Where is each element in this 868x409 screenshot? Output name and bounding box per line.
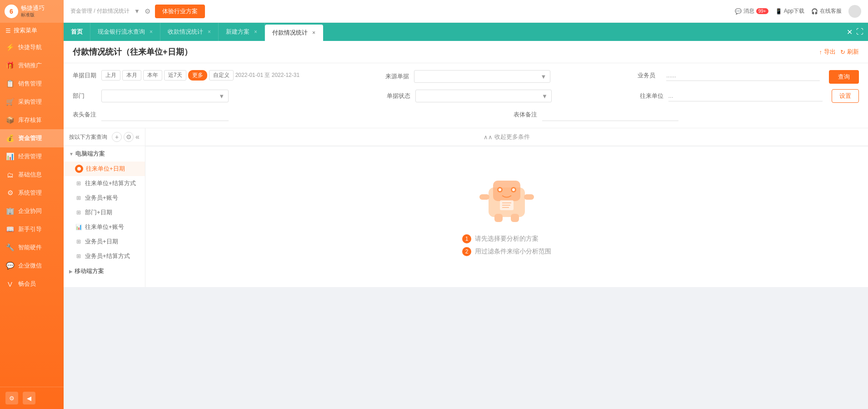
doc-status-select[interactable]: ▼ <box>415 90 552 102</box>
body-note-input[interactable] <box>542 108 678 121</box>
export-btn[interactable]: ↑ 导出 <box>819 48 836 56</box>
scheme-item-salesman-date[interactable]: ⊞ 业务员+日期 <box>64 234 145 249</box>
trial-btn[interactable]: 体验行业方案 <box>155 5 205 18</box>
dept-filter-field: 部门 ▼ <box>73 90 378 102</box>
app-download-btn[interactable]: 📱 App下载 <box>775 7 804 15</box>
scheme-item-salesman-account[interactable]: ⊞ 业务员+账号 <box>64 191 145 205</box>
body-note-field: 表体备注 <box>514 108 859 121</box>
header-note-input[interactable] <box>101 108 229 121</box>
tab-home[interactable]: 首页 <box>64 23 90 41</box>
tab-bank-close[interactable]: × <box>150 29 153 35</box>
sidebar-bottom: ⚙ ◀ <box>0 387 64 409</box>
svg-rect-6 <box>479 194 489 200</box>
scheme-item-partner-date[interactable]: 往来单位+日期 <box>64 162 145 176</box>
svg-point-5 <box>512 188 515 191</box>
user-avatar[interactable] <box>848 5 861 18</box>
scheme-item-partner-settlement[interactable]: ⊞ 往来单位+结算方式 <box>64 176 145 191</box>
tab-receipt-close[interactable]: × <box>208 29 211 35</box>
last-month-btn[interactable]: 上月 <box>101 70 120 81</box>
scheme-setting-btn[interactable]: ⚙ <box>124 132 134 142</box>
this-year-btn[interactable]: 本年 <box>143 70 162 81</box>
partner-label: 往来单位 <box>640 92 665 100</box>
sidebar-item-capital[interactable]: 💰 资金管理 <box>0 129 64 147</box>
capital-icon: 💰 <box>5 134 15 143</box>
hardware-icon: 🔧 <box>5 243 15 252</box>
marketing-icon: 🎁 <box>5 61 15 70</box>
partner-select[interactable]: ... <box>668 91 823 101</box>
scheme-item-salesman-settlement[interactable]: ⊞ 业务员+结算方式 <box>64 249 145 263</box>
this-month-btn[interactable]: 本月 <box>122 70 141 81</box>
date-btns: 上月 本月 本年 近7天 更多 自定义 2022-01-01 至 2022-12… <box>101 70 299 81</box>
tab-close-all-btn[interactable]: ✕ <box>847 28 853 36</box>
doc-status-label: 单据状态 <box>387 92 412 100</box>
tab-new-plan[interactable]: 新建方案 × <box>219 23 265 41</box>
purchase-icon: 🛒 <box>5 97 15 106</box>
sidebar-item-weixin[interactable]: 💬 企业微信 <box>0 257 64 275</box>
custom-btn[interactable]: 自定义 <box>209 70 234 81</box>
tab-new-plan-close[interactable]: × <box>254 29 257 35</box>
empty-tip-2: 2 用过滤条件来缩小分析范围 <box>462 247 551 256</box>
dept-label: 部门 <box>73 92 98 100</box>
query-btn[interactable]: 查询 <box>829 70 859 84</box>
header-note-label: 表头备注 <box>73 111 98 119</box>
last-7days-btn[interactable]: 近7天 <box>164 70 186 81</box>
scheme-table-icon-2: ⊞ <box>75 209 82 216</box>
sidebar-item-purchase[interactable]: 🛒 采购管理 <box>0 93 64 111</box>
header-actions: 💬 消息 99+ 📱 App下载 🎧 在线客服 <box>735 5 861 18</box>
sidebar-logo: 6 畅捷通巧 标准版 <box>0 0 64 23</box>
sidebar-item-marketing[interactable]: 🎁 营销推广 <box>0 56 64 75</box>
tab-maximize-btn[interactable]: ⛶ <box>856 28 863 36</box>
member-icon: V <box>5 279 15 288</box>
sidebar-item-inventory[interactable]: 📦 库存核算 <box>0 111 64 129</box>
header-gear-icon[interactable]: ⚙ <box>145 7 150 15</box>
settings-btn[interactable]: 设置 <box>832 89 859 103</box>
scheme-table-icon-0: ⊞ <box>75 180 82 187</box>
scheme-item-partner-account[interactable]: 📊 往来单位+账号 <box>64 220 145 234</box>
sidebar-item-basic[interactable]: 🗂 基础信息 <box>0 166 64 184</box>
svg-rect-7 <box>524 194 534 200</box>
tab-bar: 首页 现金银行流水查询 × 收款情况统计 × 新建方案 × 付款情况统计 × ✕… <box>64 23 868 41</box>
sidebar-settings-btn[interactable]: ⚙ <box>5 392 18 404</box>
operation-icon: 📊 <box>5 152 15 161</box>
tab-receipt[interactable]: 收款情况统计 × <box>160 23 219 41</box>
search-menu[interactable]: ☰ 搜索菜单 <box>0 23 64 38</box>
more-btn[interactable]: 更多 <box>188 70 207 81</box>
tab-payment-close[interactable]: × <box>312 30 315 36</box>
message-icon: 💬 <box>735 8 742 15</box>
empty-state: 1 请先选择要分析的方案 2 用过滤条件来缩小分析范围 <box>145 146 868 287</box>
tab-bank[interactable]: 现金银行流水查询 × <box>90 23 160 41</box>
scheme-collapse-btn[interactable]: « <box>135 133 140 141</box>
sidebar-item-system[interactable]: ⚙ 系统管理 <box>0 184 64 202</box>
sidebar-item-quick-nav[interactable]: ⚡ 快捷导航 <box>0 38 64 56</box>
scheme-add-btn[interactable]: + <box>112 132 122 142</box>
pc-group-arrow: ▼ <box>69 151 74 157</box>
scheme-item-dept-date[interactable]: ⊞ 部门+日期 <box>64 205 145 220</box>
source-select-arrow: ▼ <box>540 73 546 80</box>
sidebar-item-guide[interactable]: 📖 新手引导 <box>0 220 64 238</box>
message-btn[interactable]: 💬 消息 99+ <box>735 7 768 15</box>
header-dropdown-icon[interactable]: ▼ <box>134 8 140 15</box>
sidebar-item-sales[interactable]: 📋 销售管理 <box>0 75 64 93</box>
scheme-table-icon-3: ⊞ <box>75 238 82 245</box>
tip2-num: 2 <box>462 247 471 256</box>
sidebar-item-operation[interactable]: 📊 经营管理 <box>0 147 64 166</box>
source-select[interactable]: ▼ <box>414 70 550 83</box>
service-btn[interactable]: 🎧 在线客服 <box>811 7 842 15</box>
sidebar-item-enterprise[interactable]: 🏢 企业协同 <box>0 202 64 220</box>
date-label: 单据日期 <box>73 71 98 80</box>
pc-group-header[interactable]: ▼ 电脑端方案 <box>64 146 145 162</box>
mobile-group-header[interactable]: ▶ 移动端方案 <box>64 263 145 279</box>
salesman-select[interactable]: ...... <box>666 70 820 81</box>
scheme-sidebar: 按以下方案查询 + ⚙ « ▼ 电脑端方案 <box>64 128 145 287</box>
tab-payment[interactable]: 付款情况统计 × <box>265 25 323 41</box>
sidebar-item-member[interactable]: V 畅会员 <box>0 275 64 293</box>
collapse-bar[interactable]: ∧∧ 收起更多条件 <box>145 128 868 146</box>
content-area: 按以下方案查询 + ⚙ « ▼ 电脑端方案 <box>64 128 868 287</box>
refresh-icon: ↻ <box>840 49 845 56</box>
sidebar-collapse-btn[interactable]: ◀ <box>23 392 35 404</box>
dept-select[interactable]: ▼ <box>101 90 229 102</box>
empty-texts: 1 请先选择要分析的方案 2 用过滤条件来缩小分析范围 <box>462 234 551 260</box>
refresh-btn[interactable]: ↻ 刷新 <box>840 48 859 56</box>
sidebar-item-hardware[interactable]: 🔧 智能硬件 <box>0 238 64 257</box>
doc-status-filter-field: 单据状态 ▼ <box>387 90 631 102</box>
